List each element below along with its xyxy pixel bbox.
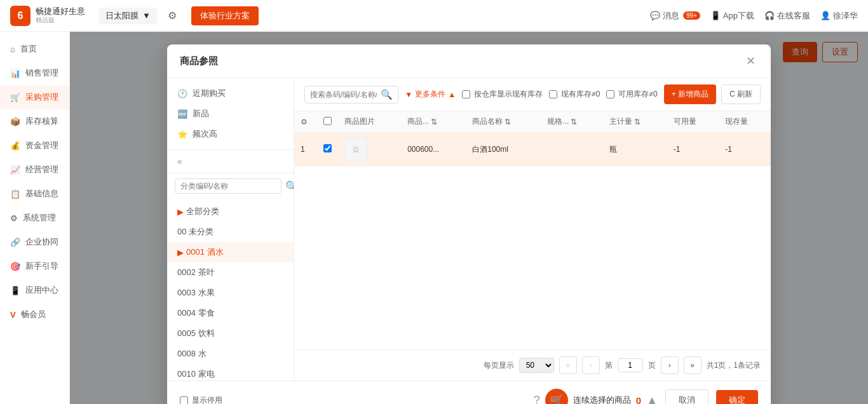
sidebar-item-inventory[interactable]: 📦 库存核算: [0, 109, 69, 133]
cart-collapse-icon[interactable]: ▲: [646, 394, 658, 405]
sidebar-label-home: 首页: [20, 43, 37, 55]
basic-icon: 📋: [10, 189, 20, 199]
category-search-area: 🔍: [167, 173, 294, 199]
category-tea[interactable]: 0002 茶叶: [167, 262, 294, 283]
category-appliance-label: 0010 家电: [177, 368, 215, 380]
header-right: 💬 消息 99+ 📱 App下载 🎧 在线客服 👤 徐泽华: [650, 10, 858, 22]
table-row[interactable]: 1 🖼: [294, 133, 771, 166]
app-download-item[interactable]: 📱 App下载: [710, 10, 754, 22]
product-search-input[interactable]: [310, 90, 377, 99]
sort-icon-unit: ⇅: [634, 118, 641, 126]
product-thumb: 🖼: [344, 138, 367, 161]
product-reference-modal: 商品参照 ✕ 🕐 近期购买 🆕: [167, 44, 771, 404]
notification-item[interactable]: 💬 消息 99+: [650, 10, 700, 22]
collapse-button[interactable]: «: [172, 152, 187, 170]
online-service-item[interactable]: 🎧 在线客服: [764, 10, 810, 22]
star-icon: ⭐: [177, 130, 187, 139]
checkbox-available-stock-label: 可用库存≠0: [618, 89, 657, 100]
th-unit-label: 主计量: [609, 116, 632, 127]
pagination-total: 共1页，1条记录: [707, 360, 761, 371]
row-checkbox[interactable]: [323, 144, 332, 152]
sidebar-item-vip[interactable]: V 畅会员: [0, 302, 69, 327]
shortcut-frequent[interactable]: ⭐ 频次高: [167, 124, 294, 144]
logo-sub: 精品版: [36, 16, 85, 25]
row-name: 白酒100ml: [466, 133, 541, 166]
sidebar-label-basic: 基础信息: [25, 188, 58, 199]
refresh-button[interactable]: C 刷新: [721, 84, 761, 104]
help-icon[interactable]: ?: [534, 394, 540, 405]
sort-icon-name: ⇅: [505, 118, 511, 126]
show-disabled-label: 显示停用: [192, 395, 222, 405]
category-beverage[interactable]: 0005 饮料: [167, 323, 294, 344]
cart-section: ? 🛒 连续选择的商品 0 ▲: [534, 389, 658, 404]
th-settings[interactable]: ⚙: [294, 111, 317, 133]
store-selector[interactable]: 日太阳膜 ▼: [99, 8, 157, 24]
sidebar-item-purchase[interactable]: 🛒 采购管理: [0, 85, 69, 109]
category-snack[interactable]: 0004 零食: [167, 303, 294, 323]
system-icon: ⚙: [10, 213, 18, 223]
checkbox-warehouse-label: 按仓库显示现有库存: [474, 89, 543, 100]
category-snack-label: 0004 零食: [177, 307, 215, 319]
first-page-button[interactable]: «: [559, 356, 577, 374]
sidebar-item-guide[interactable]: 🎯 新手引导: [0, 254, 69, 278]
th-code-label: 商品...: [407, 116, 429, 127]
logo-name: 畅捷通好生意: [36, 6, 85, 17]
checkbox-warehouse-input[interactable]: [462, 90, 470, 98]
th-checkbox: [317, 111, 338, 133]
th-code[interactable]: 商品... ⇅: [401, 111, 466, 133]
add-product-button[interactable]: + 新增商品: [664, 84, 716, 104]
category-water[interactable]: 0008 水: [167, 344, 294, 364]
th-name[interactable]: 商品名称 ⇅: [466, 111, 541, 133]
logo-area: 6 畅捷通好生意 精品版: [10, 6, 86, 26]
category-all[interactable]: ▶ 全部分类: [167, 201, 294, 222]
store-name: 日太阳膜: [105, 10, 139, 22]
category-appliance[interactable]: 0010 家电: [167, 364, 294, 380]
sidebar-label-sales: 销售管理: [25, 67, 58, 79]
category-fruit[interactable]: 0003 水果: [167, 283, 294, 303]
shortcut-recent[interactable]: 🕐 近期购买: [167, 83, 294, 104]
checkbox-available-stock-input[interactable]: [606, 90, 614, 98]
category-search-input[interactable]: [175, 178, 281, 194]
filter-button[interactable]: ▼ 更多条件 ▲: [405, 89, 456, 100]
next-page-button[interactable]: ›: [661, 356, 679, 374]
shortcut-new[interactable]: 🆕 新品: [167, 104, 294, 124]
sidebar-item-system[interactable]: ⚙ 系统管理: [0, 206, 69, 230]
category-unclassified[interactable]: 00 未分类: [167, 222, 294, 242]
th-spec[interactable]: 规格... ⇅: [541, 111, 603, 133]
mobile-icon: 📱: [710, 11, 721, 20]
modal-header: 商品参照 ✕: [167, 44, 771, 78]
page-input[interactable]: [618, 358, 643, 372]
trial-button[interactable]: 体验行业方案: [191, 6, 259, 25]
sidebar-item-operation[interactable]: 📈 经营管理: [0, 158, 69, 182]
left-sidebar: ⌂ 首页 📊 销售管理 🛒 采购管理 📦 库存核算 💰 资金管理 📈 经营管理 …: [0, 32, 70, 404]
sidebar-item-sales[interactable]: 📊 销售管理: [0, 61, 69, 85]
category-liquor[interactable]: ▶ 0001 酒水: [167, 242, 294, 262]
modal-close-button[interactable]: ✕: [743, 53, 758, 69]
settings-icon[interactable]: ⚙: [163, 7, 181, 25]
notification-badge: 99+: [683, 11, 700, 20]
product-search-icon[interactable]: 🔍: [381, 89, 393, 100]
confirm-button[interactable]: 确定: [716, 390, 758, 404]
sidebar-item-finance[interactable]: 💰 资金管理: [0, 133, 69, 158]
last-page-button[interactable]: »: [684, 356, 702, 374]
sidebar-item-home[interactable]: ⌂ 首页: [0, 37, 69, 61]
sidebar-item-basic[interactable]: 📋 基础信息: [0, 182, 69, 206]
sidebar-item-apps[interactable]: 📱 应用中心: [0, 278, 69, 302]
cart-icon-button[interactable]: 🛒: [545, 389, 568, 404]
sidebar-item-enterprise[interactable]: 🔗 企业协同: [0, 230, 69, 254]
prev-page-button[interactable]: ‹: [582, 356, 600, 374]
select-all-checkbox[interactable]: [323, 117, 332, 125]
operation-icon: 📈: [10, 165, 20, 175]
row-num: 1: [294, 133, 317, 166]
show-disabled-input[interactable]: [180, 396, 188, 405]
new-icon: 🆕: [177, 109, 187, 119]
th-unit[interactable]: 主计量 ⇅: [603, 111, 667, 133]
user-item[interactable]: 👤 徐泽华: [820, 10, 858, 22]
table-settings-icon[interactable]: ⚙: [301, 118, 308, 126]
checkbox-nonzero-stock-input[interactable]: [549, 90, 557, 98]
per-page-select[interactable]: 50 10 20 100: [519, 358, 554, 373]
top-header: 6 畅捷通好生意 精品版 日太阳膜 ▼ ⚙ 体验行业方案 💬 消息 99+ 📱 …: [0, 0, 868, 32]
active-arrow-icon: ▶: [177, 248, 184, 257]
category-search-button[interactable]: 🔍: [285, 180, 294, 192]
cancel-button[interactable]: 取消: [665, 389, 709, 404]
